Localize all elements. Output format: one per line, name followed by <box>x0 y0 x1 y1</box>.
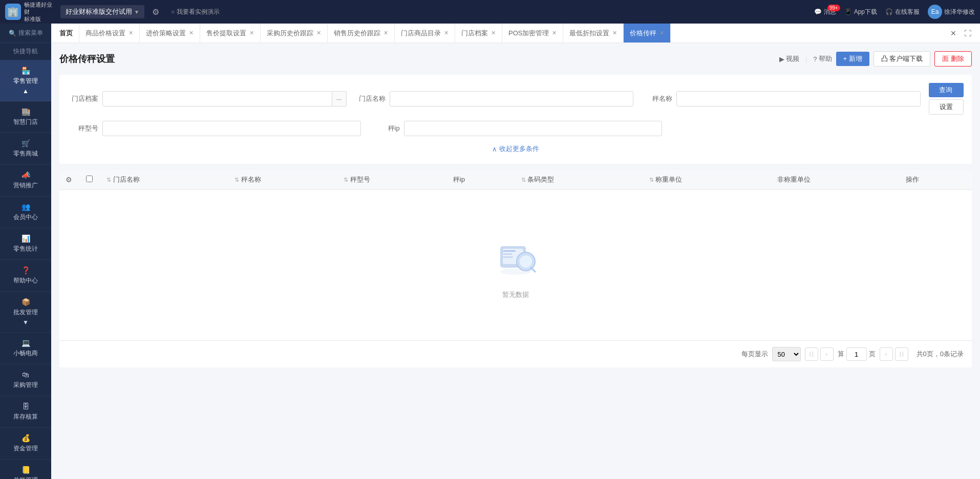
store-profile-input[interactable] <box>102 91 332 106</box>
collapse-button[interactable]: ∧ 收起更多条件 <box>492 144 539 154</box>
scale-model-label: 秤型号 <box>68 124 98 133</box>
tab-pos-encryption[interactable]: POS加密管理 ✕ <box>502 24 563 42</box>
download-client-button[interactable]: 凸 客户端下载 <box>874 51 931 67</box>
sidebar-item-retail-mall[interactable]: 🛒 零售商城 <box>0 133 51 165</box>
sidebar-quick-nav[interactable]: 快捷导航 <box>0 43 51 60</box>
tab-home[interactable]: 首页 <box>53 24 79 42</box>
table-settings-icon[interactable]: ⚙ <box>66 176 72 184</box>
svg-rect-8 <box>503 256 513 258</box>
tab-close-store-profile[interactable]: ✕ <box>491 30 496 36</box>
user-avatar: Ea <box>928 5 942 19</box>
tab-goods-price[interactable]: 商品价格设置 ✕ <box>79 24 140 42</box>
tab-close-sales-history[interactable]: ✕ <box>384 30 388 36</box>
settings-form-button[interactable]: 设置 <box>929 99 964 115</box>
help-circle-icon: ? <box>813 55 817 63</box>
sidebar-item-retail-mgmt[interactable]: 🏪 零售管理 ▲ <box>0 60 51 101</box>
tab-store-catalog[interactable]: 门店商品目录 ✕ <box>395 24 455 42</box>
app-logo-text: 畅捷通好业财 标准版 <box>24 1 56 23</box>
tab-close-store-catalog[interactable]: ✕ <box>444 30 449 36</box>
tab-purchase-strategy[interactable]: 进价策略设置 ✕ <box>140 24 200 42</box>
selector-arrow-icon: ▼ <box>134 9 139 15</box>
col-barcode-type[interactable]: ⇅ 条码类型 <box>515 170 643 190</box>
col-store-name[interactable]: ⇅ 门店名称 <box>100 170 228 190</box>
tab-bar-actions: ✕ ⛶ <box>943 27 978 39</box>
tab-close-purchase-history[interactable]: ✕ <box>316 30 321 36</box>
sidebar-item-purchase-mgmt[interactable]: 🛍 采购管理 <box>0 364 51 396</box>
top-settings-button[interactable]: ⚙ <box>148 5 163 19</box>
store-profile-field: 门店档案 ··· <box>68 91 347 106</box>
scale-name-input[interactable] <box>676 91 921 106</box>
sidebar-item-marketing[interactable]: 📣 营销推广 <box>0 165 51 197</box>
sidebar-item-retail-stats[interactable]: 📊 零售统计 <box>0 228 51 260</box>
table-checkbox-header <box>80 170 100 190</box>
video-link[interactable]: ▶ 视频 <box>779 54 799 63</box>
marketing-icon: 📣 <box>22 171 30 179</box>
tab-purchase-history[interactable]: 采购历史价跟踪 ✕ <box>261 24 328 42</box>
delete-button[interactable]: 面 删除 <box>934 51 972 67</box>
col-scale-name[interactable]: ⇅ 秤名称 <box>228 170 337 190</box>
top-right-actions: 💬 消息 99+ 📱 App下载 🎧 在线客服 Ea 徐泽华修改 <box>814 5 975 19</box>
sidebar-item-xiaobo-ecom[interactable]: 💻 小畅电商 <box>0 333 51 364</box>
tab-store-profile[interactable]: 门店档案 ✕ <box>455 24 502 42</box>
help-icon: ❓ <box>22 266 30 274</box>
tab-selling-price[interactable]: 售价提取设置 ✕ <box>200 24 261 42</box>
sidebar-item-general-ledger[interactable]: 📒 总账管理 <box>0 460 51 479</box>
scale-model-field: 秤型号 <box>68 121 361 136</box>
tab-close-all-button[interactable]: ✕ <box>947 27 960 39</box>
empty-illustration <box>490 231 541 282</box>
sidebar-item-help-center[interactable]: ❓ 帮助中心 <box>0 260 51 292</box>
store-profile-label: 门店档案 <box>68 94 98 103</box>
header-divider: | <box>805 55 807 63</box>
tab-sales-history[interactable]: 销售历史价跟踪 ✕ <box>328 24 395 42</box>
sidebar-item-batch-mgmt[interactable]: 📦 批发管理 ▼ <box>0 292 51 333</box>
sidebar-item-finance-mgmt[interactable]: 💰 资金管理 <box>0 428 51 460</box>
tab-close-goods-price[interactable]: ✕ <box>129 30 133 36</box>
tab-maximize-button[interactable]: ⛶ <box>962 27 974 39</box>
scale-name-field: 秤名称 <box>642 91 921 106</box>
tab-price-scale[interactable]: 价格传秤 ✕ <box>624 24 671 42</box>
query-button[interactable]: 查询 <box>929 83 964 97</box>
app-download-button[interactable]: 📱 App下载 <box>844 8 877 16</box>
tab-close-pos-encryption[interactable]: ✕ <box>552 30 557 36</box>
arrow-up-icon: ▲ <box>23 88 29 95</box>
first-page-button[interactable]: ⟨⟨ <box>805 347 818 361</box>
col-scale-model[interactable]: ⇅ 秤型号 <box>337 170 446 190</box>
tab-close-price-scale[interactable]: ✕ <box>659 30 664 36</box>
pagination: 每页显示 10 20 50 100 ⟨⟨ ‹ <box>59 340 972 367</box>
sidebar-item-member-center[interactable]: 👥 会员中心 <box>0 197 51 228</box>
demo-button[interactable]: ○ 我要看实例演示 <box>167 6 224 18</box>
help-link[interactable]: ? 帮助 <box>813 54 832 63</box>
user-menu-button[interactable]: Ea 徐泽华修改 <box>928 5 975 19</box>
col-weight-unit[interactable]: ⇅ 称重单位 <box>643 170 771 190</box>
app-logo: 🏢 畅捷通好业财 标准版 <box>5 1 56 23</box>
store-name-input[interactable] <box>390 91 634 106</box>
store-profile-ellipsis-button[interactable]: ··· <box>332 91 347 106</box>
add-button[interactable]: + 新增 <box>836 52 869 66</box>
svg-point-4 <box>520 255 532 268</box>
prev-page-button[interactable]: ‹ <box>820 347 834 361</box>
page-number-input[interactable] <box>846 347 867 361</box>
data-table: ⚙ ⇅ 门店名称 ⇅ <box>59 170 972 340</box>
tab-close-purchase-strategy[interactable]: ✕ <box>189 30 194 36</box>
messages-icon: 💬 <box>814 8 822 15</box>
tab-close-selling-price[interactable]: ✕ <box>249 30 254 36</box>
page-title: 价格传秤设置 <box>59 53 115 65</box>
sidebar-search-button[interactable]: 🔍 搜索菜单 <box>0 24 51 43</box>
last-page-button[interactable]: ⟩⟩ <box>895 347 908 361</box>
svg-line-5 <box>531 268 535 272</box>
sidebar-item-smart-store[interactable]: 🏬 智慧门店 <box>0 101 51 133</box>
collapse-row: ∧ 收起更多条件 <box>68 142 964 156</box>
page-size-select[interactable]: 10 20 50 100 <box>772 347 801 361</box>
tab-close-min-discount[interactable]: ✕ <box>612 30 617 36</box>
scale-model-input[interactable] <box>102 121 361 136</box>
version-selector[interactable]: 好业财标准版交付试用 ▼ <box>60 5 144 18</box>
tab-min-discount[interactable]: 最低折扣设置 ✕ <box>563 24 624 42</box>
next-page-button[interactable]: › <box>880 347 893 361</box>
scale-ip-input[interactable] <box>404 121 663 136</box>
select-all-checkbox[interactable] <box>86 176 93 182</box>
sidebar-item-inventory[interactable]: 🗄 库存核算 <box>0 396 51 428</box>
svg-rect-7 <box>503 253 512 255</box>
messages-button[interactable]: 💬 消息 99+ <box>814 8 836 16</box>
page-size-label: 每页显示 <box>741 350 768 359</box>
online-service-button[interactable]: 🎧 在线客服 <box>885 8 920 16</box>
